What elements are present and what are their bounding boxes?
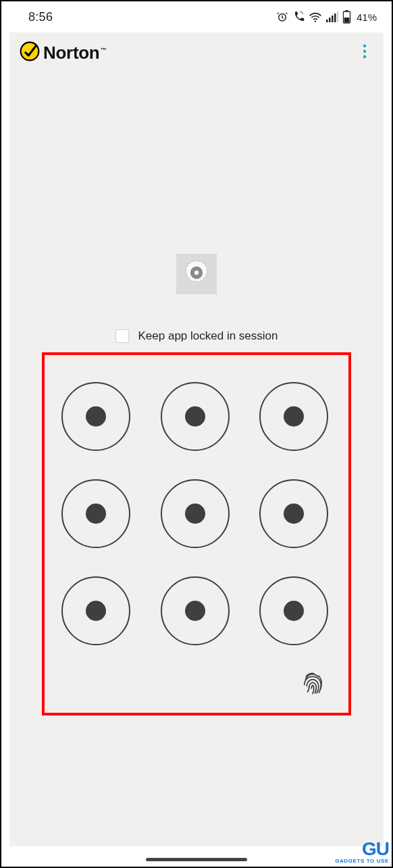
svg-point-1	[315, 21, 316, 22]
app-screen: Norton™	[9, 32, 384, 846]
pattern-unlock-pad[interactable]	[61, 382, 332, 645]
pattern-dot-3[interactable]	[259, 382, 328, 451]
status-bar: 8:56	[1, 1, 392, 30]
keep-locked-row: Keep app locked in session	[9, 329, 384, 343]
status-time: 8:56	[28, 10, 53, 24]
fingerprint-button[interactable]	[297, 668, 328, 699]
svg-rect-5	[334, 13, 336, 22]
phone-frame: 8:56	[0, 0, 393, 868]
keep-locked-checkbox[interactable]	[115, 329, 129, 343]
svg-rect-9	[344, 18, 350, 22]
wifi-icon	[309, 11, 322, 23]
alarm-icon	[276, 11, 288, 23]
pattern-dot-1[interactable]	[61, 382, 130, 451]
watermark: GU GADGETS TO USE	[335, 840, 389, 864]
pattern-dot-2[interactable]	[161, 382, 230, 451]
svg-rect-3	[329, 18, 331, 22]
watermark-logo: GU	[335, 840, 389, 859]
svg-point-16	[194, 271, 199, 275]
settings-gear-icon	[182, 258, 211, 290]
norton-logo-icon	[19, 40, 41, 65]
pattern-dot-4[interactable]	[61, 479, 130, 548]
call-icon	[292, 11, 305, 23]
status-indicators: 41%	[276, 10, 377, 24]
svg-point-14	[363, 55, 366, 58]
svg-rect-2	[326, 20, 328, 22]
svg-point-12	[363, 45, 366, 47]
svg-point-13	[363, 50, 366, 53]
more-menu-button[interactable]	[355, 43, 374, 62]
norton-logo: Norton™	[19, 40, 106, 65]
pattern-dot-5[interactable]	[161, 479, 230, 548]
home-indicator[interactable]	[146, 858, 247, 861]
battery-percentage: 41%	[357, 11, 377, 23]
pattern-dot-6[interactable]	[259, 479, 328, 548]
pattern-dot-8[interactable]	[161, 576, 230, 645]
signal-icon	[326, 11, 338, 22]
keep-locked-label: Keep app locked in session	[138, 329, 278, 343]
watermark-tagline: GADGETS TO USE	[335, 859, 389, 864]
pattern-dot-9[interactable]	[259, 576, 328, 645]
brand-name: Norton™	[43, 43, 106, 63]
battery-icon	[342, 10, 351, 24]
svg-rect-6	[337, 11, 338, 22]
svg-rect-4	[332, 16, 334, 22]
more-vertical-icon	[363, 44, 367, 61]
locked-app-icon	[176, 254, 217, 294]
app-header: Norton™	[9, 32, 384, 69]
fingerprint-icon	[298, 668, 327, 699]
pattern-dot-7[interactable]	[61, 576, 130, 645]
